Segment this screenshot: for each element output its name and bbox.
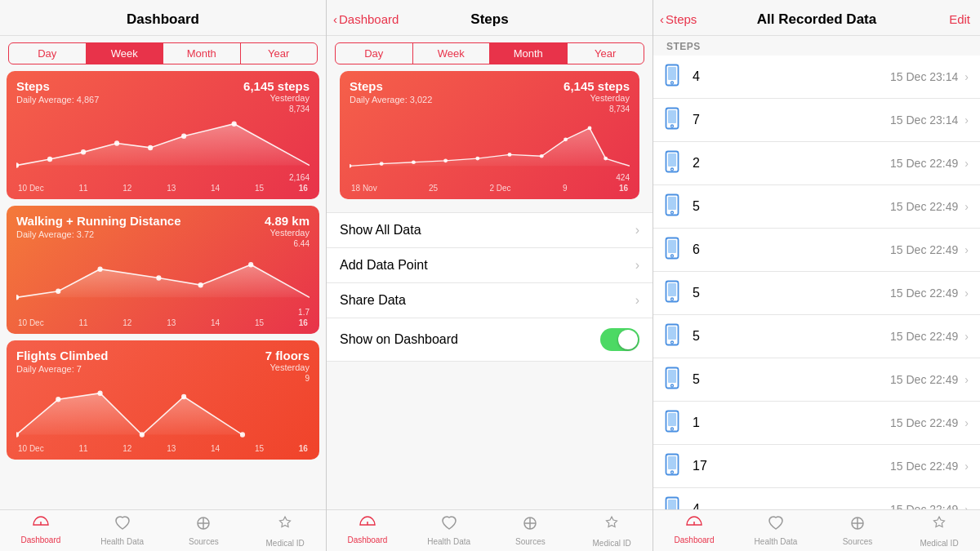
data-row[interactable]: 1 15 Dec 22:49 › [653, 402, 980, 445]
svg-point-31 [475, 157, 479, 161]
svg-point-49 [671, 168, 674, 171]
data-row[interactable]: 5 15 Dec 22:49 › [653, 185, 980, 229]
steps-card[interactable]: Steps Daily Average: 4,867 6,145 steps Y… [7, 71, 319, 199]
tab-sources-p2[interactable]: Sources [490, 515, 572, 548]
data-row-time: 15 Dec 23:14 [890, 70, 958, 83]
svg-point-30 [443, 159, 448, 163]
walk-card-title: Walking + Running Distance [16, 214, 181, 228]
seg-day-p1[interactable]: Day [9, 43, 86, 64]
svg-point-10 [56, 289, 60, 295]
edit-button[interactable]: Edit [949, 12, 970, 26]
tab-health-p2[interactable]: Health Data [408, 515, 490, 548]
option-show-all[interactable]: Show All Data › [327, 212, 653, 248]
steps-detail-avg: Daily Average: 3,022 [350, 95, 432, 104]
data-row-time: 15 Dec 22:49 [890, 200, 958, 213]
tab-label-sources-p1: Sources [189, 537, 219, 546]
svg-point-4 [114, 140, 119, 146]
flights-card-sub: Yesterday [265, 362, 310, 372]
walk-low: 1.7 [16, 308, 310, 317]
tab-medical-p2[interactable]: Medical ID [571, 515, 653, 548]
tab-health-p3[interactable]: Health Data [735, 515, 817, 548]
flights-card-avg: Daily Average: 7 [16, 364, 109, 374]
data-row[interactable]: 6 15 Dec 22:49 › [653, 229, 980, 272]
option-add-data-chevron: › [635, 258, 639, 273]
data-row-time: 15 Dec 22:49 [890, 373, 958, 386]
health-cards: Steps Daily Average: 4,867 6,145 steps Y… [0, 71, 326, 509]
steps-x-labels: 10 Dec 11 12 13 14 15 16 [16, 184, 310, 193]
back-button-steps[interactable]: ‹ Dashboard [333, 12, 399, 26]
data-row[interactable]: 2 15 Dec 22:49 › [653, 142, 980, 185]
seg-day-p2[interactable]: Day [336, 43, 412, 64]
data-row[interactable]: 5 15 Dec 22:49 › [653, 315, 980, 358]
nav-bar-alldata: ‹ Steps All Recorded Data Edit [653, 0, 980, 36]
data-row-chevron: › [964, 157, 969, 170]
steps-detail-top: Steps Daily Average: 3,022 6,145 steps Y… [350, 79, 630, 104]
svg-point-34 [564, 138, 568, 142]
option-add-data[interactable]: Add Data Point › [327, 248, 653, 283]
phone-icon-wrapper [665, 323, 683, 349]
phone-icon-wrapper [665, 193, 683, 220]
medical-icon-p2 [603, 515, 621, 537]
dashboard-toggle[interactable] [600, 328, 639, 351]
option-share-data-label: Share Data [340, 293, 406, 308]
svg-point-6 [181, 134, 186, 140]
phone-icon-wrapper [665, 496, 683, 509]
seg-week-p2[interactable]: Week [412, 43, 490, 64]
steps-section-header: STEPS [653, 36, 980, 56]
data-row-chevron: › [964, 70, 969, 83]
seg-year-p1[interactable]: Year [240, 43, 318, 64]
data-row[interactable]: 17 15 Dec 22:49 › [653, 445, 980, 488]
svg-rect-48 [668, 153, 676, 167]
phone-icon-wrapper [665, 367, 683, 393]
data-row-chevron: › [964, 113, 969, 127]
tab-medical-p1[interactable]: Medical ID [244, 515, 326, 548]
walk-chart-svg [16, 251, 310, 304]
data-row[interactable]: 4 15 Dec 22:49 › [653, 488, 980, 509]
seg-week-p1[interactable]: Week [86, 43, 163, 64]
tab-sources-p1[interactable]: Sources [163, 515, 245, 548]
options-list: Show All Data › Add Data Point › Share D… [327, 212, 653, 362]
panel-all-data: ‹ Steps All Recorded Data Edit STEPS 4 1… [653, 0, 980, 551]
tab-dashboard-p1[interactable]: Dashboard [0, 515, 82, 548]
option-show-dashboard[interactable]: Show on Dashboard [327, 318, 653, 362]
seg-month-p1[interactable]: Month [163, 43, 240, 64]
tab-dashboard-p3[interactable]: Dashboard [653, 515, 735, 548]
data-row[interactable]: 5 15 Dec 22:49 › [653, 272, 980, 315]
steps-detail-info: Steps Daily Average: 3,022 [350, 79, 432, 104]
tab-health-p1[interactable]: Health Data [82, 515, 163, 548]
steps-detail-high: 8,734 [350, 104, 630, 113]
flights-card-top: Flights Climbed Daily Average: 7 7 floor… [16, 349, 310, 374]
svg-point-64 [671, 384, 674, 387]
steps-chart-wrapper: 8,734 [16, 104, 310, 182]
data-row-time: 15 Dec 22:49 [890, 243, 958, 256]
steps-low: 2,164 [16, 173, 310, 182]
walk-card[interactable]: Walking + Running Distance Daily Average… [7, 206, 319, 334]
steps-detail-chart-wrapper: 8,734 [350, 104, 630, 182]
tab-sources-p3[interactable]: Sources [817, 515, 898, 548]
steps-detail-title: Steps [350, 79, 432, 93]
svg-point-9 [16, 295, 19, 300]
data-row-value: 4 [693, 69, 725, 84]
option-add-data-label: Add Data Point [340, 258, 428, 273]
seg-year-p2[interactable]: Year [567, 43, 644, 64]
svg-point-27 [350, 164, 351, 168]
phone-icon-wrapper [665, 150, 683, 176]
option-show-all-label: Show All Data [340, 223, 421, 238]
tab-label-health-p2: Health Data [427, 537, 470, 546]
option-share-data[interactable]: Share Data › [327, 283, 653, 318]
svg-rect-72 [668, 500, 676, 509]
back-button-alldata[interactable]: ‹ Steps [660, 12, 697, 26]
flights-card[interactable]: Flights Climbed Daily Average: 7 7 floor… [7, 340, 319, 460]
tab-medical-p3[interactable]: Medical ID [898, 515, 980, 548]
data-row[interactable]: 5 15 Dec 22:49 › [653, 358, 980, 402]
walk-x-labels: 10 Dec 11 12 13 14 15 16 [16, 318, 310, 327]
data-row[interactable]: 7 15 Dec 23:14 › [653, 99, 980, 142]
svg-rect-45 [668, 110, 676, 123]
sources-icon-p3 [849, 515, 866, 535]
seg-month-p2[interactable]: Month [489, 43, 567, 64]
data-row[interactable]: 4 15 Dec 23:14 › [653, 56, 980, 99]
data-row-value: 7 [693, 113, 725, 127]
data-row-value: 1 [693, 415, 725, 430]
tab-dashboard-p2[interactable]: Dashboard [327, 515, 408, 548]
phone-device-icon [665, 410, 679, 433]
